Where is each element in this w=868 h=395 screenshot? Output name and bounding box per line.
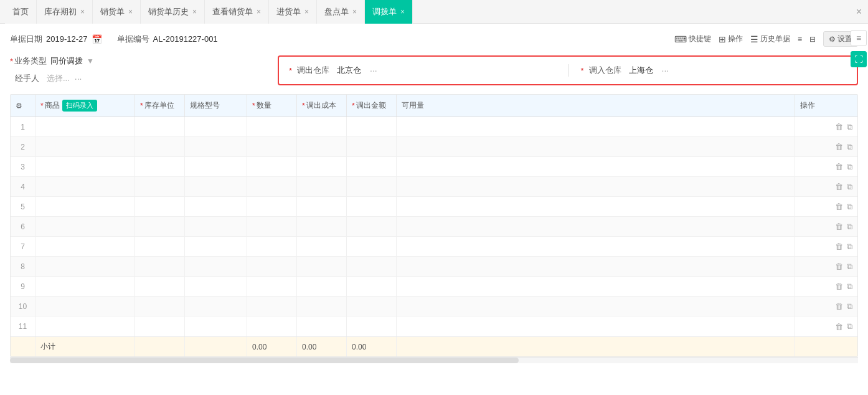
- row-product[interactable]: [35, 277, 135, 296]
- sidebar-expand-icon[interactable]: ⛶: [851, 51, 867, 67]
- copy-icon[interactable]: ⧉: [847, 222, 852, 232]
- copy-icon[interactable]: ⧉: [847, 262, 852, 272]
- row-qty[interactable]: [247, 316, 297, 336]
- row-spec[interactable]: [185, 217, 247, 236]
- business-type-select[interactable]: 同价调拨 ▼: [50, 55, 94, 67]
- row-unit[interactable]: [135, 257, 185, 276]
- scroll-bar-thumb[interactable]: [10, 358, 519, 363]
- row-available[interactable]: [397, 277, 795, 296]
- row-product[interactable]: [35, 137, 135, 156]
- row-out-cost[interactable]: [297, 316, 347, 336]
- copy-icon[interactable]: ⧉: [847, 321, 852, 331]
- row-out-cost[interactable]: [297, 157, 347, 176]
- operation-button[interactable]: ⊞ 操作: [719, 34, 743, 44]
- copy-icon[interactable]: ⧉: [847, 282, 852, 292]
- row-out-amount[interactable]: [347, 137, 397, 156]
- tab-sales-order[interactable]: 销货单 ×: [93, 0, 141, 24]
- row-product[interactable]: [35, 197, 135, 216]
- row-out-amount[interactable]: [347, 157, 397, 176]
- row-out-amount[interactable]: [347, 297, 397, 316]
- warehouse-out-dots-icon[interactable]: ···: [370, 65, 377, 75]
- scan-button[interactable]: 扫码录入: [62, 100, 97, 112]
- row-out-cost[interactable]: [297, 217, 347, 236]
- delete-icon[interactable]: 🗑: [835, 222, 843, 231]
- row-available[interactable]: [397, 197, 795, 216]
- row-spec[interactable]: [185, 137, 247, 156]
- history-button[interactable]: ☰ 历史单据: [750, 34, 790, 44]
- row-unit[interactable]: [135, 157, 185, 176]
- window-close-icon[interactable]: ×: [856, 6, 862, 17]
- copy-icon[interactable]: ⧉: [847, 202, 852, 212]
- row-available[interactable]: [397, 137, 795, 156]
- chevron-down-icon[interactable]: ▼: [87, 57, 94, 65]
- row-qty[interactable]: [247, 277, 297, 296]
- row-out-amount[interactable]: [347, 177, 397, 196]
- row-product[interactable]: [35, 157, 135, 176]
- row-qty[interactable]: [247, 117, 297, 136]
- warehouse-in-dots-icon[interactable]: ···: [662, 65, 669, 75]
- row-qty[interactable]: [247, 257, 297, 276]
- tab-inventory-init-close[interactable]: ×: [80, 8, 85, 16]
- copy-icon[interactable]: ⧉: [847, 302, 852, 312]
- shortcut-button[interactable]: ⌨ 快捷键: [674, 34, 711, 44]
- row-unit[interactable]: [135, 217, 185, 236]
- copy-icon[interactable]: ⧉: [847, 142, 852, 152]
- row-unit[interactable]: [135, 177, 185, 196]
- tab-sales-history[interactable]: 销货单历史 ×: [141, 0, 205, 24]
- sidebar-list-icon[interactable]: ≡: [851, 30, 867, 46]
- row-spec[interactable]: [185, 177, 247, 196]
- scroll-bar[interactable]: [10, 357, 858, 363]
- row-unit[interactable]: [135, 117, 185, 136]
- row-spec[interactable]: [185, 117, 247, 136]
- row-qty[interactable]: [247, 197, 297, 216]
- row-product[interactable]: [35, 257, 135, 276]
- row-qty[interactable]: [247, 177, 297, 196]
- th-gear[interactable]: ⚙: [11, 95, 35, 117]
- row-product[interactable]: [35, 217, 135, 236]
- row-out-amount[interactable]: [347, 316, 397, 336]
- row-out-amount[interactable]: [347, 197, 397, 216]
- tab-home[interactable]: 首页: [5, 0, 37, 24]
- tab-view-sales-close[interactable]: ×: [257, 8, 261, 16]
- row-spec[interactable]: [185, 316, 247, 336]
- calendar-icon[interactable]: 📅: [92, 34, 102, 44]
- row-available[interactable]: [397, 237, 795, 256]
- person-select[interactable]: 选择...: [47, 73, 70, 84]
- tab-purchase-order-close[interactable]: ×: [304, 8, 309, 16]
- delete-icon[interactable]: 🗑: [835, 262, 843, 271]
- copy-icon[interactable]: ⧉: [847, 242, 852, 252]
- row-qty[interactable]: [247, 297, 297, 316]
- row-available[interactable]: [397, 257, 795, 276]
- row-out-amount[interactable]: [347, 257, 397, 276]
- delete-icon[interactable]: 🗑: [835, 182, 843, 191]
- row-spec[interactable]: [185, 197, 247, 216]
- row-out-cost[interactable]: [297, 177, 347, 196]
- row-out-cost[interactable]: [297, 277, 347, 296]
- row-product[interactable]: [35, 177, 135, 196]
- tab-transfer[interactable]: 调拨单 ×: [365, 0, 413, 24]
- row-product[interactable]: [35, 316, 135, 336]
- row-unit[interactable]: [135, 237, 185, 256]
- row-qty[interactable]: [247, 237, 297, 256]
- row-available[interactable]: [397, 177, 795, 196]
- row-product[interactable]: [35, 237, 135, 256]
- delete-icon[interactable]: 🗑: [835, 162, 843, 171]
- tab-inventory-check[interactable]: 盘点单 ×: [317, 0, 365, 24]
- layout-icon2[interactable]: ⊟: [809, 35, 816, 44]
- person-dots-icon[interactable]: ···: [75, 74, 82, 83]
- row-unit[interactable]: [135, 297, 185, 316]
- row-unit[interactable]: [135, 197, 185, 216]
- row-qty[interactable]: [247, 137, 297, 156]
- delete-icon[interactable]: 🗑: [835, 202, 843, 211]
- delete-icon[interactable]: 🗑: [835, 142, 843, 151]
- tab-inventory-init[interactable]: 库存期初 ×: [37, 0, 93, 24]
- row-out-cost[interactable]: [297, 117, 347, 136]
- tab-transfer-close[interactable]: ×: [400, 8, 405, 16]
- copy-icon[interactable]: ⧉: [847, 162, 852, 172]
- tab-inventory-check-close[interactable]: ×: [352, 8, 357, 16]
- row-spec[interactable]: [185, 277, 247, 296]
- tab-sales-order-close[interactable]: ×: [128, 8, 133, 16]
- tab-purchase-order[interactable]: 进货单 ×: [269, 0, 317, 24]
- copy-icon[interactable]: ⧉: [847, 182, 852, 192]
- row-available[interactable]: [397, 217, 795, 236]
